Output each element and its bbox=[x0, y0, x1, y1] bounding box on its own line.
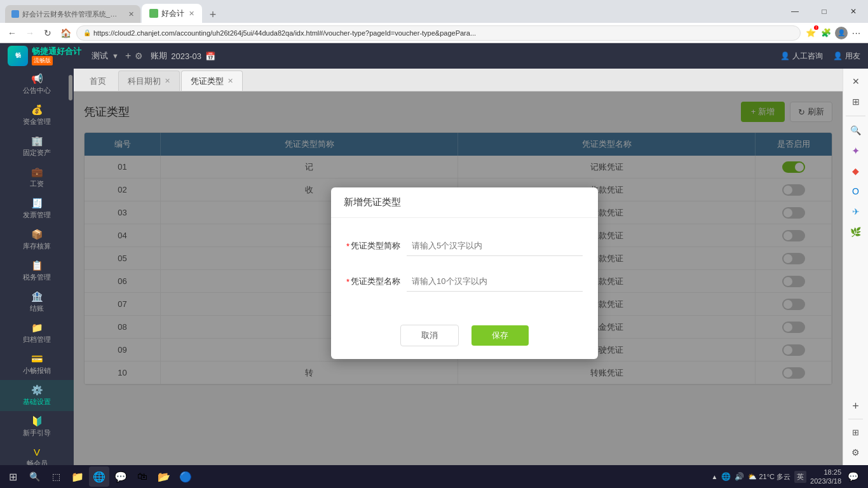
app-logo: 畅 畅捷通好合计 流畅版 bbox=[8, 46, 81, 66]
funds-icon: 💰 bbox=[31, 104, 43, 116]
tab-voucher-type[interactable]: 凭证类型 ✕ bbox=[181, 71, 243, 91]
sidebar: 📢 公告中心 💰 资金管理 🏢 固定资产 💼 工资 🧾 发票管理 📦 库存核算 … bbox=[0, 69, 74, 465]
panel-expand-icon[interactable]: ⊞ bbox=[847, 93, 865, 111]
sidebar-item-archive[interactable]: 📁 归档管理 bbox=[0, 318, 74, 349]
salary-icon: 💼 bbox=[31, 166, 43, 178]
taskbar-network-icon[interactable]: 🌐 bbox=[721, 472, 731, 481]
app-logo-text: 畅捷通好合计 bbox=[32, 46, 81, 57]
sidebar-item-basic-settings[interactable]: ⚙️ 基础设置 bbox=[0, 380, 74, 411]
user-button[interactable]: 👤 用友 bbox=[833, 51, 860, 62]
tab1-close[interactable]: ✕ bbox=[128, 10, 134, 18]
consult-button[interactable]: 👤 人工咨询 bbox=[780, 51, 823, 62]
tab-home[interactable]: 首页 bbox=[79, 71, 117, 91]
window-minimize[interactable]: — bbox=[780, 0, 810, 23]
panel-plus-icon[interactable]: + bbox=[847, 397, 865, 415]
taskbar-time: 18:25 2023/3/18 bbox=[810, 468, 841, 486]
announcements-icon: 📢 bbox=[31, 73, 43, 85]
sidebar-item-tax[interactable]: 📋 税务管理 bbox=[0, 255, 74, 287]
file-explorer-taskbar[interactable]: 📁 bbox=[67, 466, 88, 487]
field-name-input[interactable] bbox=[407, 271, 583, 292]
field-name-label: * 凭证类型名称 bbox=[346, 276, 400, 287]
panel-feather-icon[interactable]: ✈ bbox=[847, 203, 865, 220]
modal-title: 新增凭证类型 bbox=[344, 196, 401, 208]
taskbar-lang[interactable]: 英 bbox=[794, 471, 806, 483]
sidebar-item-funds[interactable]: 💰 资金管理 bbox=[0, 100, 74, 131]
workspace-label: 测试 bbox=[92, 50, 108, 62]
tab1-label: 好会计云财务软件管理系统_会计 bbox=[22, 10, 124, 19]
wechat-taskbar[interactable]: 💬 bbox=[111, 466, 131, 487]
tab2-close[interactable]: ✕ bbox=[189, 10, 194, 18]
period-label: 账期 bbox=[151, 50, 167, 62]
tab2-label: 好会计 bbox=[161, 8, 184, 19]
cancel-button[interactable]: 取消 bbox=[400, 325, 459, 346]
panel-outlook-icon[interactable]: O bbox=[847, 182, 865, 200]
profile-btn[interactable]: 👤 bbox=[835, 27, 848, 39]
taskbar-up-arrow[interactable]: ▲ bbox=[712, 473, 718, 480]
window-maximize[interactable]: □ bbox=[810, 0, 839, 23]
workspace-dropdown-icon[interactable]: ▼ bbox=[112, 52, 119, 60]
workspace-add-icon[interactable]: + bbox=[125, 50, 131, 62]
tab-subject-period[interactable]: 科目期初 ✕ bbox=[118, 71, 180, 91]
workspace-settings-icon[interactable]: ⚙ bbox=[135, 51, 143, 61]
edge-taskbar[interactable]: 🌐 bbox=[89, 466, 109, 487]
panel-grid-icon[interactable]: ⊞ bbox=[847, 423, 865, 441]
task-view[interactable]: ⬚ bbox=[46, 466, 66, 487]
sidebar-item-fixed-assets[interactable]: 🏢 固定资产 bbox=[0, 131, 74, 162]
sidebar-item-membership[interactable]: V 畅会员 bbox=[0, 442, 74, 465]
inventory-icon: 📦 bbox=[31, 229, 43, 240]
home-button[interactable]: 🏠 bbox=[58, 26, 72, 40]
sidebar-item-inventory[interactable]: 📦 库存核算 bbox=[0, 224, 74, 255]
browser-tab-1[interactable]: 好会计云财务软件管理系统_会计 ✕ bbox=[5, 5, 140, 23]
period-lock-icon[interactable]: 📅 bbox=[205, 51, 215, 61]
expense-icon: 💳 bbox=[31, 353, 43, 365]
browser-tab-2[interactable]: 好会计 ✕ bbox=[142, 4, 202, 23]
sidebar-item-expense[interactable]: 💳 小畅报销 bbox=[0, 349, 74, 380]
membership-icon: V bbox=[34, 447, 40, 458]
search-taskbar[interactable]: 🔍 bbox=[24, 466, 44, 487]
more-btn[interactable]: ··· bbox=[850, 27, 863, 39]
ms-edge-taskbar2[interactable]: 🔵 bbox=[175, 466, 196, 487]
basic-settings-icon: ⚙️ bbox=[31, 384, 43, 396]
panel-close-icon[interactable]: ✕ bbox=[847, 72, 865, 90]
tab-subject-period-close[interactable]: ✕ bbox=[165, 77, 170, 85]
windows-store-taskbar[interactable]: 🛍 bbox=[132, 466, 153, 487]
fixed-assets-icon: 🏢 bbox=[31, 135, 43, 147]
sidebar-item-new-guide[interactable]: 🔰 新手引导 bbox=[0, 411, 74, 442]
taskbar-notification[interactable]: 💬 bbox=[845, 469, 860, 484]
new-tab-button[interactable]: + bbox=[205, 6, 221, 23]
window-close[interactable]: ✕ bbox=[839, 0, 868, 23]
tax-icon: 📋 bbox=[31, 260, 43, 271]
panel-settings-icon[interactable]: ⚙ bbox=[847, 444, 865, 461]
period-value: 2023-03 bbox=[171, 51, 201, 61]
taskbar-volume-icon[interactable]: 🔊 bbox=[735, 472, 744, 481]
panel-user-icon[interactable]: 🌿 bbox=[847, 223, 865, 241]
panel-star-icon[interactable]: ✦ bbox=[847, 142, 865, 159]
panel-diamond-icon[interactable]: ◆ bbox=[847, 162, 865, 180]
app-logo-badge: 流畅版 bbox=[32, 56, 53, 65]
sidebar-item-invoices[interactable]: 🧾 发票管理 bbox=[0, 193, 74, 224]
tab-voucher-type-close[interactable]: ✕ bbox=[227, 77, 233, 85]
save-button[interactable]: 保存 bbox=[471, 325, 529, 346]
start-button[interactable]: ⊞ bbox=[3, 466, 23, 487]
new-guide-icon: 🔰 bbox=[31, 416, 43, 427]
invoices-icon: 🧾 bbox=[31, 198, 43, 209]
field-abbr-input[interactable] bbox=[407, 236, 583, 256]
panel-search-icon[interactable]: 🔍 bbox=[847, 121, 865, 139]
settlement-icon: 🏦 bbox=[31, 291, 43, 302]
sidebar-item-settlement[interactable]: 🏦 结账 bbox=[0, 287, 74, 318]
reload-button[interactable]: ↻ bbox=[41, 26, 55, 40]
extension-btn[interactable]: 🧩 bbox=[820, 27, 832, 39]
field-abbr-label: * 凭证类型简称 bbox=[346, 240, 400, 252]
url-text: https://cloud2.chanjet.com/accounting/uh… bbox=[93, 29, 476, 37]
right-side-panel: ✕ ⊞ 🔍 ✦ ◆ O ✈ 🌿 + ⊞ ⚙ bbox=[843, 69, 868, 465]
forward-button[interactable]: → bbox=[23, 26, 37, 40]
sidebar-item-announcements[interactable]: 📢 公告中心 bbox=[0, 69, 74, 100]
sidebar-item-salary[interactable]: 💼 工资 bbox=[0, 162, 74, 193]
address-bar[interactable]: 🔒 https://cloud2.chanjet.com/accounting/… bbox=[76, 25, 801, 41]
modal-dialog: 新增凭证类型 * 凭证类型简称 * bbox=[331, 187, 598, 359]
folder-taskbar[interactable]: 📂 bbox=[154, 466, 174, 487]
modal-overlay: 新增凭证类型 * 凭证类型简称 * bbox=[74, 92, 843, 465]
browser-extensions[interactable]: ⭐ ! 🧩 👤 ··· bbox=[804, 27, 863, 39]
taskbar-weather: ⛅ 21°C 多云 bbox=[748, 472, 790, 482]
back-button[interactable]: ← bbox=[5, 26, 19, 40]
